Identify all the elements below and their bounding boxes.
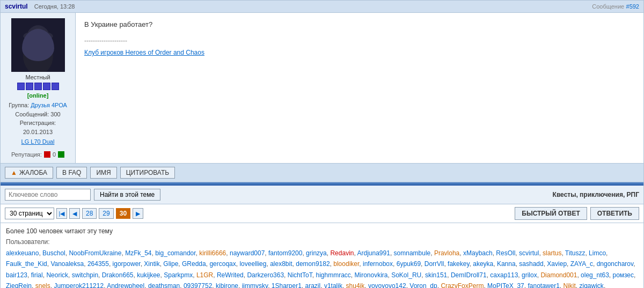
reader-link[interactable]: jimmysky <box>242 282 268 288</box>
reader-link[interactable]: Faulk_the_Kid <box>6 260 47 268</box>
reader-link[interactable]: arazil <box>305 282 321 288</box>
reader-link[interactable]: L1GR <box>196 271 213 279</box>
pages-select[interactable]: 30 страниц <box>5 208 54 219</box>
reader-link[interactable]: Nikit <box>564 282 576 288</box>
reader-link[interactable]: skin151 <box>425 271 447 279</box>
reader-link[interactable]: fantom9200 <box>268 249 302 257</box>
reader-link[interactable]: Ardjuna991 <box>357 249 390 257</box>
reader-link[interactable]: switchpin <box>72 271 98 279</box>
reader-link[interactable]: 09397752 <box>184 282 212 288</box>
page-30[interactable]: 30 <box>116 208 130 219</box>
reader-link[interactable]: bloodiker <box>333 260 359 268</box>
reader-link[interactable]: firial <box>31 271 43 279</box>
reader-link[interactable]: Mironovkira <box>355 271 388 279</box>
page-first-btn[interactable]: |◀ <box>56 208 67 219</box>
reader-link[interactable]: shu4ik <box>346 282 365 288</box>
reader-link[interactable]: Voron_dp <box>409 282 437 288</box>
reader-link[interactable]: highmmracc <box>316 271 350 279</box>
quick-reply-button[interactable]: БЫСТРЫЙ ОТВЕТ <box>515 207 587 220</box>
reader-link[interactable]: CrazyFoxPerm <box>441 282 484 288</box>
reader-link[interactable]: v1talik <box>324 282 342 288</box>
reader-link[interactable]: nayward007 <box>230 249 265 257</box>
reader-link[interactable]: Jumperok211212 <box>54 282 104 288</box>
reader-link[interactable]: grinzya <box>306 249 327 257</box>
reader-link[interactable]: Limco <box>589 249 606 257</box>
reader-link[interactable]: demon9182 <box>296 260 330 268</box>
reader-link[interactable]: grilox <box>522 271 537 279</box>
reader-link[interactable]: big_comandor <box>155 249 195 257</box>
reader-link[interactable]: somnambule <box>394 249 431 257</box>
reader-link[interactable]: fanotawer1 <box>528 282 559 288</box>
reader-link[interactable]: deathsman <box>148 282 180 288</box>
reader-link[interactable]: kirilli6666 <box>199 249 226 257</box>
reader-link[interactable]: alexkeuano <box>6 249 39 257</box>
page-29[interactable]: 29 <box>99 208 113 219</box>
reader-link[interactable]: Kanna <box>497 260 516 268</box>
club-link[interactable]: Клуб игроков Heroes of Order and Chaos <box>84 49 204 56</box>
reader-link[interactable]: fakekey <box>448 260 469 268</box>
reader-link[interactable]: gercoqax <box>209 260 236 268</box>
reader-link[interactable]: Vanoaleksa <box>50 260 84 268</box>
reader-link[interactable]: 6ypuk69 <box>397 260 421 268</box>
search-button[interactable]: Найти в этой теме <box>94 189 160 201</box>
reader-link[interactable]: dngoncharov <box>597 260 634 268</box>
reader-link[interactable]: akeyka <box>473 260 493 268</box>
reader-link[interactable]: DorrVll <box>425 260 444 268</box>
reader-link[interactable]: Drakon665 <box>102 271 134 279</box>
group-value[interactable]: Друзья 4РОА <box>31 102 67 108</box>
reader-link[interactable]: kibirone <box>216 282 238 288</box>
reader-link[interactable]: Tituszz <box>565 249 586 257</box>
device-info[interactable]: LG L70 Dual <box>21 138 55 145</box>
reader-link[interactable]: MoPITeX_37 <box>487 282 524 288</box>
reader-link[interactable]: MzFk_54 <box>125 249 151 257</box>
reader-link[interactable]: Sparkpmx <box>164 271 193 279</box>
reader-link[interactable]: Darkzero363 <box>247 271 284 279</box>
reader-link[interactable]: NichtToT <box>288 271 312 279</box>
reader-link[interactable]: Neorick <box>46 271 68 279</box>
reader-link[interactable]: scvirtul <box>519 249 539 257</box>
quote-button[interactable]: ЦИТИРОВАТЬ <box>120 167 175 179</box>
reader-link[interactable]: ResОll <box>496 249 515 257</box>
reader-link[interactable]: loveellieg <box>239 260 266 268</box>
page-28[interactable]: 28 <box>82 208 97 219</box>
reader-link[interactable]: ReWrited <box>217 271 244 279</box>
reader-link[interactable]: sashadd <box>519 260 543 268</box>
reader-link[interactable]: ZAYA_c <box>570 260 593 268</box>
reader-link[interactable]: ромзес <box>612 271 634 279</box>
complaint-button[interactable]: ▲ ЖАЛОБА <box>5 167 53 179</box>
reader-link[interactable]: infernobox <box>363 260 393 268</box>
reader-link[interactable]: bair123 <box>6 271 27 279</box>
reader-link[interactable]: 264355 <box>87 260 109 268</box>
reader-link[interactable]: Xaviep <box>547 260 567 268</box>
reader-link[interactable]: Andrewpheel <box>107 282 144 288</box>
reader-link[interactable]: Redavin <box>330 249 354 257</box>
reader-link[interactable]: Xintik <box>144 260 159 268</box>
reader-link[interactable]: kukijkee <box>137 271 160 279</box>
rep-minus-icon[interactable] <box>44 151 50 158</box>
reader-link[interactable]: vovoyovo142 <box>368 282 406 288</box>
reader-link[interactable]: snels <box>35 282 50 288</box>
reader-link[interactable]: Buschol <box>42 249 65 257</box>
reader-link[interactable]: 1Sharper1 <box>272 282 302 288</box>
reader-link[interactable]: xMaybach <box>463 249 493 257</box>
page-next-btn[interactable]: ▶ <box>133 208 143 219</box>
reader-link[interactable]: Pravloha <box>434 249 459 257</box>
reader-link[interactable]: slartus <box>543 249 561 257</box>
reader-link[interactable]: NoobFromUkraine <box>69 249 121 257</box>
reader-link[interactable]: caxap113 <box>490 271 518 279</box>
reader-link[interactable]: DemIDroll71 <box>451 271 487 279</box>
reader-link[interactable]: Glipe <box>163 260 178 268</box>
reader-link[interactable]: igorpower <box>113 260 141 268</box>
reader-link[interactable]: ZieqRein <box>6 282 32 288</box>
reply-button[interactable]: ОТВЕТИТЬ <box>590 207 639 220</box>
name-button[interactable]: ИМЯ <box>90 167 116 179</box>
message-number-link[interactable]: #592 <box>626 3 639 10</box>
username-link[interactable]: scvirtul <box>5 3 28 10</box>
faq-button[interactable]: В FAQ <box>56 167 87 179</box>
reader-link[interactable]: oleg_nt63 <box>581 271 609 279</box>
search-input[interactable] <box>5 189 91 201</box>
reader-link[interactable]: ziqawick <box>580 282 604 288</box>
page-prev-btn[interactable]: ◀ <box>69 208 80 219</box>
rep-plus-icon[interactable] <box>58 151 64 158</box>
reader-link[interactable]: Diamond001 <box>540 271 577 279</box>
